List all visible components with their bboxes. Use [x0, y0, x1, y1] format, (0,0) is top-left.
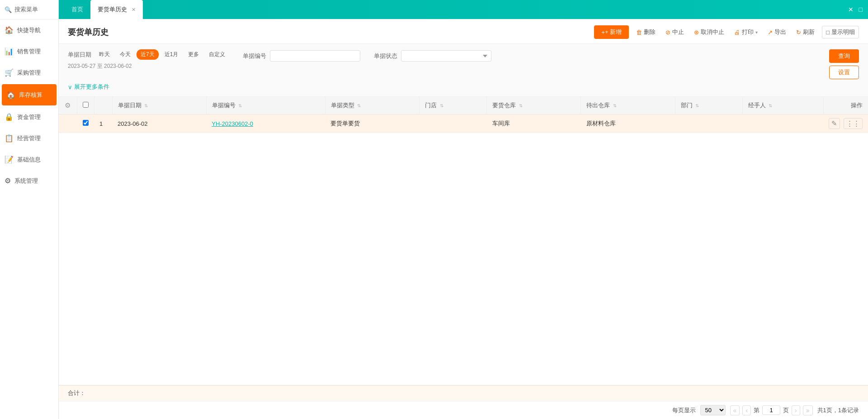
sidebar-item-basic-info[interactable]: 📝 基础信息 — [0, 149, 58, 170]
doc-no-label: 单据编号 — [243, 52, 266, 60]
settings-icon[interactable]: ⚙ — [65, 101, 71, 109]
th-department[interactable]: 部门 ⇅ — [675, 97, 742, 114]
tab-home[interactable]: 首页 — [64, 0, 90, 19]
th-doc-date[interactable]: 单据日期 ⇅ — [112, 97, 206, 114]
date-buttons: 昨天 今天 近7天 近1月 更多 自定义 — [95, 49, 229, 60]
date-btn-7days[interactable]: 近7天 — [137, 49, 159, 60]
stop-button[interactable]: ⊘ 中止 — [663, 26, 687, 38]
table-container: ⚙ 单据日期 ⇅ 单据编号 ⇅ — [59, 97, 868, 385]
minimize-window-icon[interactable]: □ — [859, 6, 863, 13]
inventory-icon: 🏠 — [6, 90, 15, 99]
date-btn-yesterday[interactable]: 昨天 — [95, 49, 114, 60]
pagination-bar: 每页显示 50 10 20 100 « ‹ 第 页 › » 共1页，1条记录 — [59, 401, 868, 419]
sidebar-item-label: 基础信息 — [17, 156, 41, 164]
first-page-button[interactable]: « — [730, 405, 740, 415]
th-doc-no-label: 单据编号 — [212, 102, 236, 109]
table-header-row: ⚙ 单据日期 ⇅ 单据编号 ⇅ — [59, 97, 868, 114]
tab-close-icon[interactable]: ✕ — [132, 7, 136, 13]
td-settings — [59, 114, 77, 133]
sidebar: 🔍 搜索菜单 🏠 快捷导航 📊 销售管理 🛒 采购管理 🏠 库存核算 🔒 资金管… — [0, 0, 59, 419]
setting-button[interactable]: 设置 — [829, 66, 859, 79]
more-action-icon[interactable]: ⋮⋮ — [844, 118, 863, 129]
tab-requisition-label: 要货单历史 — [98, 5, 127, 14]
date-btn-today[interactable]: 今天 — [116, 49, 135, 60]
th-doc-type[interactable]: 单据类型 ⇅ — [325, 97, 419, 114]
query-button[interactable]: 查询 — [829, 49, 859, 63]
date-label: 单据日期 — [68, 51, 91, 59]
print-button[interactable]: 🖨 打印 ▾ — [731, 26, 760, 38]
th-doc-date-label: 单据日期 — [118, 102, 142, 109]
next-page-button[interactable]: › — [792, 405, 800, 415]
td-checkbox[interactable] — [77, 114, 94, 133]
new-button[interactable]: + + 新增 — [594, 25, 629, 39]
topbar: 首页 要货单历史 ✕ ✕ □ — [59, 0, 868, 19]
th-req-warehouse[interactable]: 要货仓库 ⇅ — [487, 97, 581, 114]
th-actions: 操作 — [823, 97, 868, 114]
sidebar-item-inventory[interactable]: 🏠 库存核算 — [2, 84, 57, 105]
th-pending-warehouse[interactable]: 待出仓库 ⇅ — [581, 97, 675, 114]
cancel-stop-button[interactable]: ⊛ 取消中止 — [691, 26, 727, 38]
clipboard-icon: 📋 — [5, 134, 14, 143]
export-button[interactable]: ↗ 导出 — [765, 26, 789, 38]
document-icon: 📝 — [5, 155, 14, 164]
display-detail-button[interactable]: □ 显示明细 — [822, 26, 859, 38]
date-btn-1month[interactable]: 近1月 — [160, 49, 183, 60]
status-select[interactable] — [401, 50, 491, 62]
th-settings[interactable]: ⚙ — [59, 97, 77, 114]
per-page-select[interactable]: 50 10 20 100 — [700, 405, 726, 415]
row-checkbox[interactable] — [83, 120, 89, 126]
date-btn-custom[interactable]: 自定义 — [205, 49, 229, 60]
page-navigation: « ‹ 第 页 › » — [730, 405, 813, 415]
tab-requisition-history[interactable]: 要货单历史 ✕ — [90, 0, 143, 19]
select-all-checkbox[interactable] — [83, 102, 89, 108]
delete-button[interactable]: 🗑 删除 — [633, 26, 658, 38]
refresh-button[interactable]: ↻ 刷新 — [793, 26, 817, 38]
td-pending-warehouse: 原材料仓库 — [581, 114, 675, 133]
sort-icon-doc-no: ⇅ — [238, 103, 242, 108]
close-window-icon[interactable]: ✕ — [848, 6, 854, 13]
th-pending-warehouse-label: 待出仓库 — [586, 102, 610, 109]
sort-icon-pending-warehouse: ⇅ — [613, 103, 617, 108]
doc-no-input[interactable] — [270, 50, 360, 62]
sidebar-item-operations[interactable]: 📋 经营管理 — [0, 128, 58, 149]
prev-page-button[interactable]: ‹ — [742, 405, 751, 415]
td-doc-date: 2023-06-02 — [112, 114, 206, 133]
last-page-button[interactable]: » — [803, 405, 813, 415]
th-doc-no[interactable]: 单据编号 ⇅ — [206, 97, 325, 114]
action-buttons: 查询 设置 — [829, 49, 859, 79]
edit-action-icon[interactable]: ✎ — [829, 118, 840, 129]
th-doc-type-label: 单据类型 — [331, 102, 354, 109]
sort-icon-store: ⇅ — [440, 103, 443, 108]
th-handler[interactable]: 经手人 ⇅ — [742, 97, 823, 114]
date-btn-more[interactable]: 更多 — [184, 49, 203, 60]
td-req-warehouse: 车间库 — [487, 114, 581, 133]
th-checkbox[interactable] — [77, 97, 94, 114]
page-label: 第 — [754, 406, 760, 414]
total-info: 共1页，1条记录 — [817, 406, 859, 414]
sort-icon-doc-type: ⇅ — [357, 103, 361, 108]
gear-icon: ⚙ — [5, 176, 11, 185]
footer-bar: 合计： — [59, 385, 868, 401]
th-req-warehouse-label: 要货仓库 — [492, 102, 516, 109]
sidebar-item-sales[interactable]: 📊 销售管理 — [0, 41, 58, 62]
sidebar-search[interactable]: 🔍 搜索菜单 — [0, 0, 58, 19]
th-actions-label: 操作 — [851, 102, 863, 109]
page-title: 要货单历史 — [68, 27, 108, 38]
sidebar-item-quick-nav[interactable]: 🏠 快捷导航 — [0, 19, 58, 41]
row-actions: ✎ ⋮⋮ — [829, 118, 863, 129]
sidebar-item-finance[interactable]: 🔒 资金管理 — [0, 106, 58, 128]
page-input[interactable] — [762, 405, 780, 415]
doc-no-link[interactable]: YH-20230602-0 — [212, 120, 253, 127]
doc-no-filter-group: 单据编号 — [243, 50, 360, 62]
td-department — [675, 114, 742, 133]
sidebar-item-purchase[interactable]: 🛒 采购管理 — [0, 62, 58, 83]
main-area: 首页 要货单历史 ✕ ✕ □ 要货单历史 + + 新增 🗑 删除 — [59, 0, 868, 419]
sidebar-item-label: 系统管理 — [14, 177, 38, 185]
th-row-no — [94, 97, 112, 114]
cart-icon: 🛒 — [5, 68, 14, 77]
sidebar-item-system[interactable]: ⚙ 系统管理 — [0, 170, 58, 191]
row-number: 1 — [99, 120, 103, 127]
expand-more-button[interactable]: ∨ 展开更多条件 — [68, 83, 859, 91]
th-store[interactable]: 门店 ⇅ — [420, 97, 487, 114]
th-handler-label: 经手人 — [748, 102, 766, 109]
